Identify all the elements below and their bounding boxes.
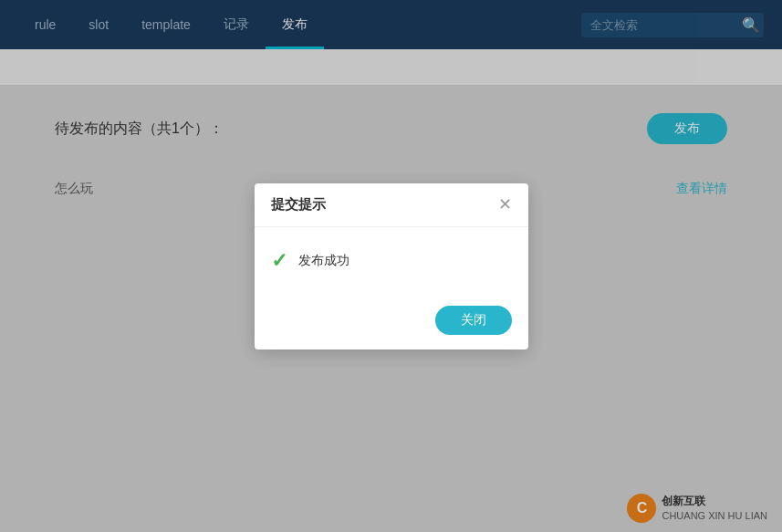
modal-header: 提交提示 ✕ <box>255 183 528 227</box>
modal-title: 提交提示 <box>271 196 326 214</box>
success-text: 发布成功 <box>298 253 349 269</box>
modal-footer: 关闭 <box>255 295 528 349</box>
modal-dialog: 提交提示 ✕ ✓ 发布成功 关闭 <box>255 183 528 349</box>
modal-close-icon[interactable]: ✕ <box>498 196 512 213</box>
modal-overlay: 提交提示 ✕ ✓ 发布成功 关闭 <box>0 0 782 532</box>
modal-close-button[interactable]: 关闭 <box>435 306 512 335</box>
modal-body: ✓ 发布成功 <box>255 227 528 295</box>
success-check-icon: ✓ <box>271 249 287 273</box>
